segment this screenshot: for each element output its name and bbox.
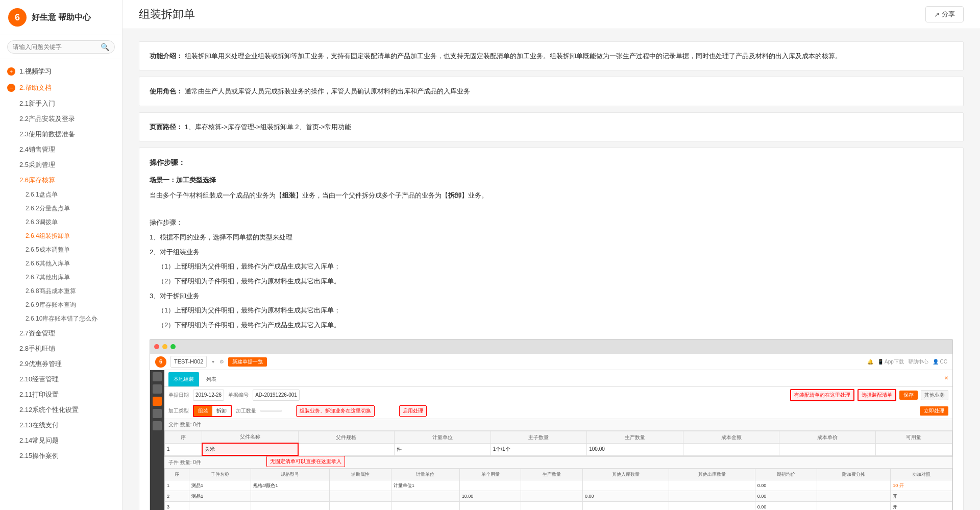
sidebar-item-data-prep[interactable]: 2.3使用前数据准备 bbox=[0, 127, 122, 142]
table-row: 1 关米 件 1个/1个 100.00 bbox=[165, 443, 952, 455]
mock-field-order-no[interactable]: AD-20191226-001 bbox=[253, 390, 300, 401]
mock-arrow: ▾ bbox=[212, 357, 214, 367]
mock-sub-td1-extra bbox=[817, 480, 891, 491]
sidebar-item-newbie[interactable]: 2.1新手入门 bbox=[0, 96, 122, 111]
mock-sub-table: 序 子件名称 规格型号 辅助属性 计量单位 单个用量 生产数量 其他入库数量 其 bbox=[164, 469, 952, 510]
mock-th-qty-ratio: 主子数量 bbox=[491, 431, 587, 444]
sidebar-item-inventory-fix[interactable]: 2.6.10库存账本错了怎么办 bbox=[0, 312, 122, 326]
nav-group-video: + 1.视频学习 bbox=[0, 63, 122, 80]
mock-sub-td1-attr bbox=[330, 480, 391, 491]
mock-sub-td1-name: 测品1 bbox=[189, 480, 251, 491]
step2-1: （1）上部明细为父件明细，最终作为产成品生成其它入库单； bbox=[150, 260, 953, 273]
mock-sub-td1-toggle[interactable]: 10 开 bbox=[891, 480, 952, 491]
step3-1: （1）上部明细为父件明细，最终作为原材料生成其它出库单； bbox=[150, 304, 953, 317]
sidebar-item-other-in[interactable]: 2.6.6其他入库单 bbox=[0, 257, 122, 271]
sidebar-item-cost-recalc[interactable]: 2.6.8商品成本重算 bbox=[0, 284, 122, 298]
mock-tab-list[interactable]: 列表 bbox=[201, 372, 222, 386]
sidebar-item-faq[interactable]: 2.14常见问题 bbox=[0, 433, 122, 448]
sidebar-item-transfer[interactable]: 2.6.3调拨单 bbox=[0, 215, 122, 229]
mock-td-cost-amount bbox=[683, 443, 779, 455]
main-area: 组装拆卸单 ↗ 分享 功能介绍： 组装拆卸单用来处理企业组装或拆卸等加工业务，支… bbox=[122, 0, 980, 510]
search-input[interactable] bbox=[13, 43, 101, 51]
intro-section: 功能介绍： 组装拆卸单用来处理企业组装或拆卸等加工业务，支持有固定装配清单的产品… bbox=[139, 41, 964, 70]
mock-th-prod-qty: 生产数量 bbox=[587, 431, 683, 444]
mock-user-icon: 👤 CC bbox=[933, 357, 947, 367]
sidebar-item-assembly[interactable]: 2.6.4组装拆卸单 bbox=[0, 229, 122, 243]
mock-side-icon4 bbox=[153, 409, 162, 418]
mock-close-icon[interactable]: ✕ bbox=[944, 374, 948, 383]
mock-save-btn[interactable]: 保存 bbox=[899, 391, 918, 400]
scene1-title: 场景一：加工类型选择 bbox=[150, 174, 953, 186]
sidebar-item-inventory[interactable]: 2.6库存核算 bbox=[0, 173, 122, 188]
logo-area: 6 好生意 帮助中心 bbox=[0, 0, 122, 35]
mock-th-cost-amount: 成本金额 bbox=[683, 431, 779, 444]
mock-type-disassemble[interactable]: 拆卸 bbox=[212, 406, 231, 416]
mock-app-icon: 📱 App下载 bbox=[877, 357, 904, 367]
mock-td-seq: 1 bbox=[165, 443, 202, 455]
sidebar-item-partial-stocktake[interactable]: 2.6.2分量盘点单 bbox=[0, 202, 122, 215]
step3: 3、对于拆卸业务 bbox=[150, 290, 953, 303]
mock-form-area: 本地组装 列表 ✕ 单据日期 2019-12-26 单据编号 AD-201912… bbox=[164, 370, 952, 510]
mock-sub-td2-out bbox=[669, 491, 755, 501]
sidebar-item-cost-adjust[interactable]: 2.6.5成本调整单 bbox=[0, 243, 122, 257]
mock-sub-td2-toggle[interactable]: 开 bbox=[891, 491, 952, 501]
ops-subtitle: 操作步骤： bbox=[150, 216, 953, 229]
share-button[interactable]: ↗ 分享 bbox=[925, 6, 964, 22]
mock-side-icon5 bbox=[153, 421, 162, 430]
sidebar-item-other-out[interactable]: 2.6.7其他出库单 bbox=[0, 271, 122, 284]
sidebar-item-online-pay[interactable]: 2.13在线支付 bbox=[0, 418, 122, 433]
mock-field-date[interactable]: 2019-12-26 bbox=[193, 390, 224, 401]
mock-sub-th-seq: 序 bbox=[165, 469, 189, 480]
mock-side-icon3-active bbox=[153, 397, 162, 406]
sidebar-item-coupon[interactable]: 2.9优惠券管理 bbox=[0, 356, 122, 372]
mock-form-label-date: 单据日期 bbox=[168, 391, 189, 400]
ops-section: 操作步骤： 场景一：加工类型选择 当由多个子件材料组装成一个成品的业务为【组装】… bbox=[139, 148, 964, 510]
sidebar-item-print[interactable]: 2.11打印设置 bbox=[0, 387, 122, 402]
mock-confirm-btn[interactable]: 立即处理 bbox=[920, 406, 948, 416]
mock-td-parent-spec bbox=[298, 443, 395, 455]
mock-type-assemble[interactable]: 组装 bbox=[194, 406, 212, 416]
sidebar-item-install[interactable]: 2.2产品安装及登录 bbox=[0, 111, 122, 127]
mock-side-icon1 bbox=[153, 372, 162, 381]
mock-sub-td1-avg: 0.00 bbox=[755, 480, 817, 491]
sidebar-item-label: 1.视频学习 bbox=[19, 67, 52, 76]
mock-sub-td1-in bbox=[583, 480, 669, 491]
sidebar-item-settings[interactable]: 2.12系统个性化设置 bbox=[0, 402, 122, 418]
table-row: 30.00开 bbox=[165, 501, 952, 510]
sidebar-item-video[interactable]: + 1.视频学习 bbox=[0, 63, 122, 80]
sidebar-item-sales[interactable]: 2.4销售管理 bbox=[0, 142, 122, 157]
mock-new-btn[interactable]: 新建单据一览 bbox=[228, 357, 267, 367]
sidebar-item-purchase[interactable]: 2.5采购管理 bbox=[0, 157, 122, 173]
mock-qty-field[interactable] bbox=[260, 410, 282, 412]
sidebar-item-operations[interactable]: 2.10经营管理 bbox=[0, 372, 122, 387]
mock-cancel-btn[interactable]: 其他业务 bbox=[921, 390, 948, 400]
collapse-icon: − bbox=[7, 84, 15, 92]
search-area: 🔍 bbox=[0, 35, 122, 59]
mock-sub-td1-unit: 计量单位1 bbox=[391, 480, 459, 491]
sidebar-item-stocktake[interactable]: 2.6.1盘点单 bbox=[0, 188, 122, 202]
sidebar-item-mobile[interactable]: 2.8手机旺铺 bbox=[0, 341, 122, 356]
mock-sub-title-text: 子件 数量: 0件 bbox=[168, 459, 201, 465]
share-label: 分享 bbox=[942, 10, 955, 19]
mock-sub-th-single-qty: 单个用量 bbox=[459, 469, 521, 480]
mock-sub-td2-attr bbox=[330, 491, 391, 501]
mock-tab-local[interactable]: 本地组装 bbox=[168, 372, 199, 386]
mock-td-avail bbox=[875, 443, 952, 455]
mock-side-icons bbox=[150, 370, 164, 510]
mock-td-unit: 件 bbox=[395, 443, 491, 455]
mock-sub-td1-spec: 规格4/颜色1 bbox=[251, 480, 329, 491]
sidebar-item-inventory-query[interactable]: 2.6.9库存账本查询 bbox=[0, 298, 122, 312]
sidebar-item-finance[interactable]: 2.7资金管理 bbox=[0, 326, 122, 341]
search-icon[interactable]: 🔍 bbox=[101, 43, 109, 51]
annotation-has-bom: 有装配清单的在这里处理 bbox=[790, 389, 854, 401]
sidebar-item-cases[interactable]: 2.15操作案例 bbox=[0, 448, 122, 464]
sidebar-item-docs[interactable]: − 2.帮助文档 bbox=[0, 80, 122, 96]
path-text: 1、库存核算->库存管理->组装拆卸单 2、首页->常用功能 bbox=[185, 123, 352, 131]
mock-logo: 6 bbox=[155, 356, 166, 368]
close-dot bbox=[154, 344, 159, 349]
mock-sub-th-other-in: 其他入库数量 bbox=[583, 469, 669, 480]
mock-sub-td2-seq: 2 bbox=[165, 491, 189, 501]
screenshot-content: 6 TEST-H002 ▾ ⚙ 新建单据一览 🔔 📱 App下载 帮助中心 👤 … bbox=[150, 354, 952, 510]
mock-form-label-type: 加工类型 bbox=[168, 406, 189, 416]
mock-th-avail: 可用量 bbox=[875, 431, 952, 444]
